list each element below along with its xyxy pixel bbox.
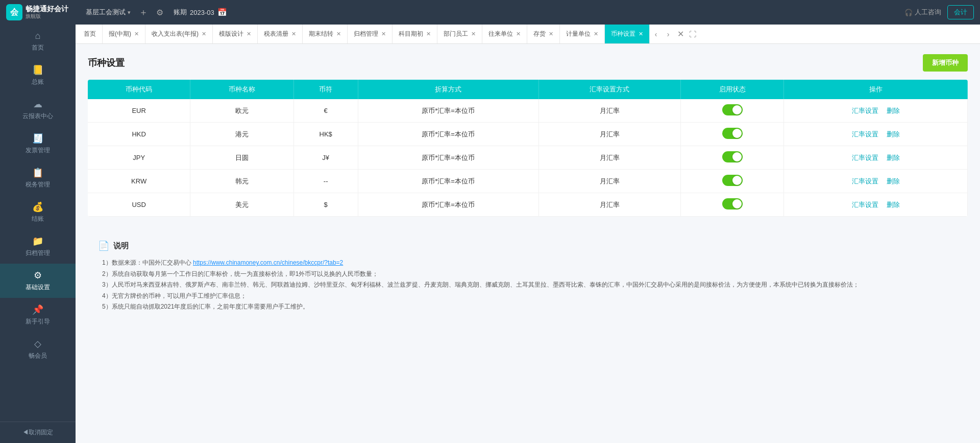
delete-link[interactable]: 删除 [887, 154, 900, 161]
delete-link[interactable]: 删除 [887, 107, 900, 114]
app-name: 畅捷通好会计 [26, 5, 68, 13]
rate-setting-link[interactable]: 汇率设置 [852, 130, 878, 138]
table-row: HKD 港元 HK$ 原币*汇率=本位币 月汇率 汇率设置 删除 [88, 123, 968, 146]
cloud-icon: ☁ [33, 99, 42, 110]
notes-title: 📄 说明 [98, 240, 958, 251]
cell-status [681, 146, 784, 170]
tab-close-archive-mgmt[interactable]: ✕ [381, 31, 386, 37]
settings-icon[interactable]: ⚙ [156, 8, 163, 17]
note-item: 5）系统只能自动抓取2021年度后的汇率，之前年度汇率需要用户手工维护。 [102, 301, 958, 313]
tab-archive-mgmt[interactable]: 归档管理 ✕ [348, 25, 393, 44]
cell-calc: 原币*汇率=本位币 [358, 146, 538, 170]
add-tab-button[interactable]: ＋ [139, 6, 148, 18]
tab-close-report-mid[interactable]: ✕ [134, 31, 139, 37]
sidebar-item-cloud[interactable]: ☁ 云报表中心 [0, 92, 76, 127]
help-button[interactable]: 🎧 人工咨询 [904, 8, 941, 17]
tab-close-template[interactable]: ✕ [247, 31, 251, 37]
cell-status [681, 193, 784, 217]
sidebar-item-invoice[interactable]: 🧾 发票管理 [0, 127, 76, 161]
cell-actions: 汇率设置 删除 [784, 170, 968, 193]
tab-dept-staff[interactable]: 部门员工 ✕ [437, 25, 482, 44]
member-icon: ◇ [34, 338, 41, 349]
tab-close-currency[interactable]: ✕ [639, 31, 643, 37]
note-item: 2）系统自动获取每月第一个工作日的汇率标价，统一为直接标价法，即1外币可以兑换的… [102, 269, 958, 280]
sidebar-item-ledger[interactable]: 📒 总账 [0, 58, 76, 92]
tab-inventory[interactable]: 存货 ✕ [527, 25, 560, 44]
sidebar-item-checkout[interactable]: 💰 结账 [0, 195, 76, 229]
rate-setting-link[interactable]: 汇率设置 [852, 177, 878, 185]
col-header-name: 币种名称 [190, 80, 293, 99]
cell-actions: 汇率设置 删除 [784, 123, 968, 146]
tab-home[interactable]: 首页 [78, 25, 103, 44]
notes-icon: 📄 [98, 240, 109, 251]
note-item: 4）无官方牌价的币种，可以用户手工维护汇率信息； [102, 291, 958, 302]
tab-prev-button[interactable]: ‹ [650, 25, 662, 44]
status-toggle[interactable] [722, 151, 743, 162]
cell-code: USD [88, 193, 190, 217]
cell-calc: 原币*汇率=本位币 [358, 193, 538, 217]
cell-rate-type: 月汇率 [538, 193, 681, 217]
calendar-icon[interactable]: 📅 [217, 8, 227, 17]
sidebar-item-home[interactable]: ⌂ 首页 [0, 25, 76, 58]
rate-setting-link[interactable]: 汇率设置 [852, 154, 878, 161]
tab-report-mid[interactable]: 报(中期) ✕ [103, 25, 145, 44]
cell-rate-type: 月汇率 [538, 170, 681, 193]
cell-rate-type: 月汇率 [538, 146, 681, 170]
status-toggle[interactable] [722, 198, 743, 209]
tab-close-tax-register[interactable]: ✕ [291, 31, 296, 37]
chinamoney-link[interactable]: https://www.chinamoney.com.cn/chinese/bk… [193, 259, 343, 266]
cell-calc: 原币*汇率=本位币 [358, 170, 538, 193]
tab-template[interactable]: 模版设计 ✕ [213, 25, 258, 44]
tab-next-button[interactable]: › [662, 25, 674, 44]
table-row: EUR 欧元 € 原币*汇率=本位币 月汇率 汇率设置 删除 [88, 99, 968, 123]
tab-tax-register[interactable]: 税表清册 ✕ [258, 25, 303, 44]
company-dropdown-icon[interactable]: ▾ [128, 9, 131, 16]
col-header-symbol: 币符 [293, 80, 358, 99]
rate-setting-link[interactable]: 汇率设置 [852, 107, 878, 114]
guide-icon: 📌 [32, 304, 43, 315]
delete-link[interactable]: 删除 [887, 130, 900, 138]
status-toggle[interactable] [722, 128, 743, 139]
cell-rate-type: 月汇率 [538, 99, 681, 123]
sidebar-item-settings[interactable]: ⚙ 基础设置 [0, 264, 76, 298]
col-header-rate-type: 汇率设置方式 [538, 80, 681, 99]
tab-contacts[interactable]: 往来单位 ✕ [482, 25, 527, 44]
tab-close-unit[interactable]: ✕ [594, 31, 598, 37]
delete-link[interactable]: 删除 [887, 201, 900, 208]
tab-close-dept-staff[interactable]: ✕ [471, 31, 476, 37]
tab-close-contacts[interactable]: ✕ [516, 31, 521, 37]
tab-expand-button[interactable]: ⛶ [687, 25, 699, 44]
cell-symbol: € [293, 99, 358, 123]
header-right: 🎧 人工咨询 会计 [904, 5, 974, 19]
sidebar-item-guide[interactable]: 📌 新手引导 [0, 298, 76, 332]
cell-name: 欧元 [190, 99, 293, 123]
tab-currency[interactable]: 币种设置 ✕ [605, 25, 650, 44]
cell-symbol: J¥ [293, 146, 358, 170]
status-toggle[interactable] [722, 175, 743, 186]
pin-sidebar-button[interactable]: ◀取消固定 [0, 428, 76, 437]
tab-income-report[interactable]: 收入支出表(年报) ✕ [145, 25, 213, 44]
page-content: 币种设置 新增币种 币种代码 币种名称 币符 折算方式 汇率设置方式 启用状态 … [76, 44, 980, 443]
account-button[interactable]: 会计 [947, 5, 974, 19]
tab-close-income-report[interactable]: ✕ [202, 31, 206, 37]
tab-subject-init[interactable]: 科目期初 ✕ [393, 25, 437, 44]
cell-name: 美元 [190, 193, 293, 217]
note-item: 1）数据来源：中国外汇交易中心 https://www.chinamoney.c… [102, 258, 958, 269]
delete-link[interactable]: 删除 [887, 177, 900, 185]
new-currency-button[interactable]: 新增币种 [923, 54, 968, 72]
tab-period-transfer[interactable]: 期末结转 ✕ [303, 25, 348, 44]
tab-close-subject-init[interactable]: ✕ [426, 31, 431, 37]
tab-close-inventory[interactable]: ✕ [549, 31, 553, 37]
col-header-code: 币种代码 [88, 80, 190, 99]
tab-unit[interactable]: 计量单位 ✕ [560, 25, 605, 44]
status-toggle[interactable] [722, 104, 743, 115]
page-title: 币种设置 [88, 57, 125, 69]
logo-icon: 会 [6, 4, 22, 20]
rate-setting-link[interactable]: 汇率设置 [852, 201, 878, 208]
tab-close-all-button[interactable]: ✕ [674, 25, 687, 44]
tab-close-period-transfer[interactable]: ✕ [336, 31, 341, 37]
cell-code: KRW [88, 170, 190, 193]
sidebar-item-member[interactable]: ◇ 畅会员 [0, 332, 76, 366]
sidebar-item-archive[interactable]: 📁 归档管理 [0, 229, 76, 264]
sidebar-item-tax[interactable]: 📋 税务管理 [0, 161, 76, 195]
